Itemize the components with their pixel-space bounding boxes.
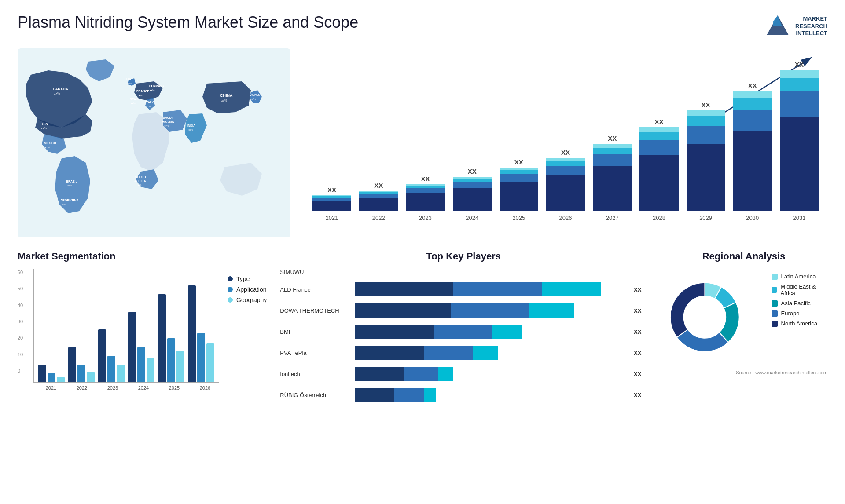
player-bar-seg2 — [394, 388, 424, 402]
player-name: DOWA THERMOTECH — [280, 307, 350, 314]
bar-value-label: XX — [421, 175, 430, 183]
regional-legend: Latin AmericaMiddle East & AfricaAsia Pa… — [772, 273, 827, 327]
bar-stack — [687, 110, 725, 211]
bar-segment — [639, 140, 678, 155]
player-bar-container — [355, 303, 626, 318]
x-axis-label: 2024 — [453, 215, 492, 221]
bar-segment — [593, 166, 632, 211]
spain-label: SPAIN — [130, 98, 139, 101]
bar-group: XX — [500, 158, 538, 211]
bar-segment — [780, 78, 819, 91]
seg-x-label: 2023 — [99, 385, 126, 391]
france-label: FRANCE — [136, 90, 149, 93]
argentina-val: xx% — [62, 203, 67, 206]
player-bar-seg1 — [355, 346, 424, 360]
player-row: DOWA THERMOTECHXX — [280, 303, 647, 318]
player-name: SIMUWU — [280, 269, 350, 275]
seg-y-labels: 6050403020100 — [18, 269, 23, 374]
x-axis-labels: 2021202220232024202520262027202820292030… — [312, 215, 819, 221]
japan-val: xx% — [251, 98, 256, 100]
reg-legend-item: Latin America — [772, 273, 827, 280]
player-bar-container — [355, 388, 626, 402]
us-val: xx% — [41, 127, 47, 130]
regional-title: Regional Analysis — [660, 251, 827, 262]
reg-legend-item: Asia Pacific — [772, 300, 827, 307]
bar-value-label: XX — [374, 182, 383, 189]
player-bar-seg3 — [424, 388, 436, 402]
bar-segment — [453, 179, 492, 182]
seg-legend: TypeApplicationGeography — [228, 275, 267, 391]
reg-legend-label: North America — [781, 320, 817, 327]
bar-segment — [406, 188, 445, 193]
header: Plasma Nitriding System Market Size and … — [18, 13, 827, 40]
bar-segment — [780, 91, 819, 117]
legend-label: Application — [236, 286, 267, 293]
bar-segment — [406, 193, 445, 211]
bar-stack — [780, 70, 819, 211]
argentina-label: ARGENTINA — [60, 199, 79, 202]
x-axis-label: 2029 — [687, 215, 725, 221]
x-axis-label: 2021 — [312, 215, 351, 221]
logo-area: MARKET RESEARCH INTELLECT — [764, 13, 827, 40]
donut-segment — [670, 283, 705, 337]
bar-segment — [546, 158, 585, 161]
seg-bar-group — [38, 365, 65, 382]
player-row: ALD FranceXX — [280, 282, 647, 296]
players-area: Top Key Players SIMUWUALD FranceXXDOWA T… — [280, 251, 647, 444]
bar-segment — [639, 132, 678, 140]
player-value: XX — [634, 329, 647, 335]
seg-bar — [197, 333, 205, 382]
bar-segment — [733, 91, 772, 98]
player-bar-seg2 — [424, 346, 473, 360]
bar-segment — [639, 155, 678, 211]
bar-stack — [500, 168, 538, 211]
players-title: Top Key Players — [280, 251, 647, 262]
bar-stack — [733, 91, 772, 211]
bar-stack — [593, 144, 632, 211]
page-title: Plasma Nitriding System Market Size and … — [18, 13, 358, 32]
player-value: XX — [634, 350, 647, 356]
player-row: IonitechXX — [280, 367, 647, 381]
segmentation-title: Market Segmentation — [18, 251, 267, 262]
player-bar-container — [355, 367, 626, 381]
seg-bar — [57, 377, 65, 382]
bar-stack — [312, 195, 351, 211]
china-label: CHINA — [220, 93, 233, 98]
seg-bar — [77, 365, 85, 382]
bar-segment — [733, 98, 772, 110]
france-val: xx% — [137, 94, 143, 97]
uk-val: xx% — [127, 82, 132, 85]
seg-bar — [117, 365, 125, 382]
bar-group: XX — [733, 82, 772, 211]
bar-segment — [687, 110, 725, 116]
germany-label: GERMANY — [149, 84, 165, 88]
bottom-section: Market Segmentation 6050403020100 202120… — [18, 251, 827, 444]
bar-segment — [546, 161, 585, 166]
seg-bar — [107, 356, 115, 382]
player-name: RÜBIG Österreich — [280, 392, 350, 398]
reg-legend-label: Middle East & Africa — [780, 283, 827, 296]
bar-value-label: XX — [654, 118, 663, 125]
svg-text:ARABIA: ARABIA — [162, 120, 174, 123]
player-name: BMI — [280, 329, 350, 335]
seg-bar-group — [68, 347, 95, 382]
bar-group: XX — [780, 61, 819, 211]
seg-y-label: 50 — [18, 286, 23, 291]
bar-segment — [312, 198, 351, 201]
china-val: xx% — [221, 99, 227, 102]
seg-y-label: 30 — [18, 319, 23, 324]
player-bar-seg1 — [355, 282, 453, 296]
bar-group: XX — [453, 168, 492, 211]
player-bar-seg1 — [355, 325, 434, 339]
top-section: CANADA xx% U.S. xx% MEXICO xx% BRAZIL xx… — [18, 48, 827, 237]
safrica-val: xx% — [136, 184, 142, 186]
bar-group: XX — [406, 175, 445, 211]
seg-bar — [68, 347, 76, 382]
players-list: SIMUWUALD FranceXXDOWA THERMOTECHXXBMIXX… — [280, 269, 647, 402]
player-name: ALD France — [280, 286, 350, 293]
reg-legend-dot — [772, 310, 778, 317]
seg-bar — [38, 365, 46, 382]
bar-value-label: XX — [748, 82, 757, 89]
player-bar-seg1 — [355, 367, 404, 381]
x-axis-label: 2023 — [406, 215, 445, 221]
